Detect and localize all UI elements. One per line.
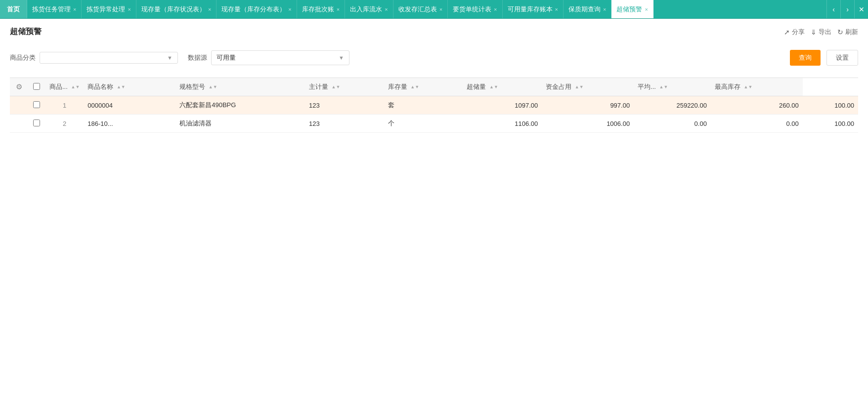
row-code: 0000004	[84, 96, 175, 115]
table-settings-icon[interactable]: ⚙	[16, 82, 22, 91]
row-unit: 个	[384, 115, 463, 133]
settings-button[interactable]: 设置	[826, 50, 858, 66]
row-capital: 0.00	[634, 115, 711, 133]
row-checkbox-0[interactable]	[33, 101, 40, 108]
col-header-code: 商品... ▲▼	[45, 78, 84, 96]
col-header-settings: ⚙	[10, 78, 28, 96]
select-all-checkbox[interactable]	[33, 83, 40, 90]
nav-tab-11[interactable]: 超储预警 ×	[611, 0, 653, 19]
filter-row: 商品分类 ▼ 数据源 可用量 ▼ 查询 设置	[10, 45, 858, 71]
sort-name-icon[interactable]: ▲▼	[117, 85, 126, 90]
nav-tab-1[interactable]: 拣货任务管理 ×	[27, 0, 82, 19]
close-tab-7[interactable]: ×	[439, 6, 442, 12]
row-settings-cell	[10, 115, 28, 133]
close-tab-5[interactable]: ×	[337, 6, 340, 12]
row-over: 1006.00	[542, 115, 634, 133]
category-label: 商品分类	[10, 53, 36, 62]
nav-arrows: ‹ › ✕	[826, 0, 868, 19]
row-stock: 1097.00	[463, 96, 542, 115]
sort-stock-icon[interactable]: ▲▼	[410, 85, 419, 90]
row-over: 997.00	[542, 96, 634, 115]
refresh-button[interactable]: ↻ 刷新	[837, 28, 858, 37]
nav-tab-3[interactable]: 现存量（库存状况表） ×	[136, 0, 217, 19]
close-tab-4[interactable]: ×	[288, 6, 291, 12]
close-tab-10[interactable]: ×	[603, 6, 606, 12]
row-checkbox-1[interactable]	[33, 119, 40, 126]
close-tab-8[interactable]: ×	[494, 6, 497, 12]
nav-arrow-left[interactable]: ‹	[826, 0, 840, 19]
row-max: 100.00	[803, 96, 858, 115]
datasource-chevron-icon: ▼	[339, 55, 344, 61]
close-tab-11[interactable]: ×	[645, 6, 648, 12]
col-header-stock: 库存量 ▲▼	[384, 78, 463, 96]
row-code: 186-10...	[84, 115, 175, 133]
row-stock: 1106.00	[463, 115, 542, 133]
row-capital: 259220.00	[634, 96, 711, 115]
sort-unit-icon[interactable]: ▲▼	[332, 85, 341, 90]
page-content: 超储预警 ➚ 分享 ⇓ 导出 ↻ 刷新 商品分类 ▼ 数据源	[0, 19, 868, 395]
nav-arrow-right[interactable]: ›	[840, 0, 854, 19]
col-header-max: 最高库存 ▲▼	[711, 78, 803, 96]
export-button[interactable]: ⇓ 导出	[811, 28, 831, 37]
navigation-bar: 首页 拣货任务管理 × 拣货异常处理 × 现存量（库存状况表） × 现存量（库存…	[0, 0, 868, 19]
datasource-select-value: 可用量	[217, 53, 236, 62]
sort-capital-icon[interactable]: ▲▼	[575, 85, 584, 90]
close-tab-2[interactable]: ×	[128, 6, 130, 12]
close-tab-3[interactable]: ×	[208, 6, 211, 12]
row-unit: 套	[384, 96, 463, 115]
row-name: 六配套新昌490BPG	[175, 96, 305, 115]
table-header-row: ⚙ 商品... ▲▼ 商品名称 ▲▼ 规格型号 ▲▼ 主计	[10, 78, 858, 96]
nav-arrow-close[interactable]: ✕	[854, 0, 868, 19]
share-button[interactable]: ➚ 分享	[784, 28, 805, 37]
refresh-icon: ↻	[837, 28, 843, 36]
col-header-avg: 平均... ▲▼	[634, 78, 711, 96]
col-header-spec: 规格型号 ▲▼	[175, 78, 305, 96]
sort-code-icon[interactable]: ▲▼	[71, 85, 80, 90]
nav-tab-8[interactable]: 要货单统计表 ×	[448, 0, 502, 19]
row-name: 机油滤清器	[175, 115, 305, 133]
share-icon: ➚	[784, 28, 790, 36]
query-button[interactable]: 查询	[790, 50, 821, 66]
nav-tab-6[interactable]: 出入库流水 ×	[345, 0, 393, 19]
row-avg: 260.00	[711, 96, 803, 115]
category-select[interactable]: ▼	[40, 52, 178, 64]
export-icon: ⇓	[811, 28, 817, 36]
nav-tab-2[interactable]: 拣货异常处理 ×	[82, 0, 136, 19]
nav-home[interactable]: 首页	[0, 0, 27, 19]
nav-tab-4[interactable]: 现存量（库存分布表） ×	[217, 0, 297, 19]
datasource-select[interactable]: 可用量 ▼	[211, 50, 349, 65]
col-header-unit: 主计量 ▲▼	[305, 78, 384, 96]
nav-tab-7[interactable]: 收发存汇总表 ×	[393, 0, 448, 19]
row-num: 2	[45, 115, 84, 133]
data-table: ⚙ 商品... ▲▼ 商品名称 ▲▼ 规格型号 ▲▼ 主计	[10, 78, 858, 133]
row-checkbox-cell	[28, 96, 45, 115]
nav-tab-10[interactable]: 保质期查询 ×	[564, 0, 611, 19]
page-title: 超储预警	[10, 27, 784, 37]
sort-max-icon[interactable]: ▲▼	[744, 85, 753, 90]
datasource-label: 数据源	[188, 53, 207, 62]
sort-over-icon[interactable]: ▲▼	[489, 85, 498, 90]
row-settings-cell	[10, 96, 28, 115]
row-max: 100.00	[803, 115, 858, 133]
category-filter-group: 商品分类 ▼	[10, 52, 178, 64]
row-avg: 0.00	[711, 115, 803, 133]
nav-tab-5[interactable]: 库存批次账 ×	[297, 0, 345, 19]
col-header-name: 商品名称 ▲▼	[84, 78, 175, 96]
close-tab-1[interactable]: ×	[73, 6, 76, 12]
category-chevron-icon: ▼	[167, 55, 173, 61]
row-spec: 123	[305, 115, 384, 133]
row-spec: 123	[305, 96, 384, 115]
close-tab-6[interactable]: ×	[385, 6, 388, 12]
table-row: 1 0000004 六配套新昌490BPG 123 套 1097.00 997.…	[10, 96, 858, 115]
col-header-checkbox	[28, 78, 45, 96]
col-header-capital: 资金占用 ▲▼	[542, 78, 634, 96]
datasource-filter-group: 数据源 可用量 ▼	[188, 50, 349, 65]
table-row: 2 186-10... 机油滤清器 123 个 1106.00 1006.00 …	[10, 115, 858, 133]
sort-spec-icon[interactable]: ▲▼	[209, 85, 217, 90]
col-header-over: 超储量 ▲▼	[463, 78, 542, 96]
sort-avg-icon[interactable]: ▲▼	[659, 85, 668, 90]
table-body: 1 0000004 六配套新昌490BPG 123 套 1097.00 997.…	[10, 96, 858, 133]
nav-tab-9[interactable]: 可用量库存账本 ×	[503, 0, 564, 19]
close-tab-9[interactable]: ×	[555, 6, 558, 12]
row-checkbox-cell	[28, 115, 45, 133]
